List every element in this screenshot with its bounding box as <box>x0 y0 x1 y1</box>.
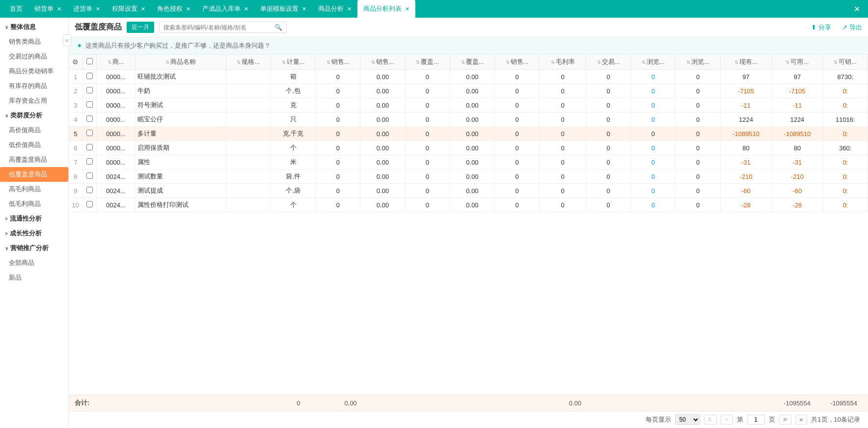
row-browse1[interactable]: 0 <box>631 198 676 212</box>
share-icon: ⬆ <box>811 24 816 31</box>
row-sellable: 0: <box>823 198 868 212</box>
sidebar-item-new-goods[interactable]: 新品 <box>0 270 68 285</box>
sidebar-item-stock-capital[interactable]: 库存资金占用 <box>0 93 68 108</box>
search-icon[interactable]: 🔍 <box>274 24 282 31</box>
row-cov1: 0 <box>405 198 450 212</box>
row-checkbox[interactable] <box>82 184 96 198</box>
per-page-select[interactable]: 50 20 100 <box>675 414 700 425</box>
last-page-button[interactable]: » <box>795 415 808 425</box>
row-browse1[interactable]: 0 <box>631 184 676 198</box>
th-gross: ⇅毛利率 <box>540 55 586 70</box>
sidebar-section-group[interactable]: ∨ 类群度分析 <box>0 108 68 123</box>
nav-template-close[interactable]: ✕ <box>302 0 306 18</box>
row-checkbox[interactable] <box>82 170 96 184</box>
period-button[interactable]: 近一月 <box>127 22 154 33</box>
th-settings[interactable]: ⚙ <box>69 55 82 70</box>
sidebar-section-liquidity[interactable]: > 流通性分析 <box>0 211 68 226</box>
row-checkbox[interactable] <box>82 155 96 170</box>
prev-page-button[interactable]: < <box>721 415 733 425</box>
window-close-button[interactable]: ✕ <box>850 4 864 14</box>
pagination: 每页显示 50 20 100 K < 第 页 > » 共1页，10条记录 <box>69 411 868 428</box>
nav-template[interactable]: 单据模板设置 ✕ <box>254 0 312 18</box>
sidebar-collapse-button[interactable]: « <box>63 34 71 46</box>
th-name: ⇅商品名称 <box>136 55 226 70</box>
top-navigation: 首页 销货单 ✕ 进货单 ✕ 权限设置 ✕ 角色授权 ✕ 产成品入库单 ✕ 单据… <box>0 0 868 18</box>
nav-goods-analysis-list[interactable]: 商品分析列表 ✕ <box>357 0 415 18</box>
row-sale-rate: 0 <box>495 127 540 141</box>
sidebar-item-high-value[interactable]: 高价值商品 <box>0 123 68 138</box>
row-browse1[interactable]: 0 <box>631 70 676 84</box>
row-cov2: 0.00 <box>450 155 494 170</box>
row-sale-qty: 0 <box>316 113 360 127</box>
row-browse2: 0 <box>676 70 720 84</box>
sidebar-section-overall[interactable]: ∨ 整体信息 <box>0 20 68 34</box>
nav-goods-analysis-list-close[interactable]: ✕ <box>405 0 409 18</box>
sidebar-item-traded-goods[interactable]: 交易过的商品 <box>0 49 68 64</box>
nav-purchase[interactable]: 进货单 ✕ <box>67 0 106 18</box>
row-checkbox[interactable] <box>82 70 96 84</box>
row-sale-amount: 0.00 <box>360 127 405 141</box>
nav-product-inbound[interactable]: 产成品入库单 ✕ <box>196 0 254 18</box>
row-sale-amount: 0.00 <box>360 84 405 98</box>
sidebar-item-low-margin[interactable]: 低毛利商品 <box>0 197 68 211</box>
row-checkbox[interactable] <box>82 98 96 113</box>
row-sale-rate: 0 <box>495 184 540 198</box>
sidebar-section-marketing[interactable]: ∨ 营销推广分析 <box>0 241 68 256</box>
row-unit: 克,千克 <box>271 127 315 141</box>
nav-sales[interactable]: 销货单 ✕ <box>28 0 67 18</box>
nav-goods-analysis-close[interactable]: ✕ <box>347 0 352 18</box>
row-sellable: 0: <box>823 84 868 98</box>
nav-permission-close[interactable]: ✕ <box>141 0 145 18</box>
row-checkbox[interactable] <box>82 198 96 212</box>
row-browse1[interactable]: 0 <box>631 155 676 170</box>
row-browse1[interactable]: 0 <box>631 141 676 155</box>
row-available: -11 <box>772 98 823 113</box>
nav-role[interactable]: 角色授权 ✕ <box>151 0 196 18</box>
row-trade: 0 <box>586 141 631 155</box>
sidebar-item-category-rate[interactable]: 商品分类动销率 <box>0 64 68 79</box>
search-input[interactable] <box>163 24 272 31</box>
nav-permission[interactable]: 权限设置 ✕ <box>106 0 151 18</box>
row-browse2: 0 <box>676 198 720 212</box>
sidebar-item-low-value[interactable]: 低价值商品 <box>0 138 68 152</box>
row-browse1[interactable]: 0 <box>631 170 676 184</box>
sidebar-section-growth[interactable]: > 成长性分析 <box>0 226 68 241</box>
group-arrow: ∨ <box>5 113 8 118</box>
row-gross: 0 <box>540 113 586 127</box>
row-checkbox[interactable] <box>82 84 96 98</box>
select-all-checkbox[interactable] <box>86 58 93 64</box>
search-box: 🔍 <box>159 22 287 33</box>
sidebar-item-low-coverage[interactable]: 低覆盖度商品 <box>0 167 68 182</box>
row-spec <box>226 127 271 141</box>
info-icon: ✦ <box>77 42 82 50</box>
nav-sales-close[interactable]: ✕ <box>57 0 61 18</box>
nav-goods-analysis[interactable]: 商品分析 ✕ <box>312 0 357 18</box>
page-number-input[interactable] <box>747 415 765 425</box>
row-spec <box>226 113 271 127</box>
nav-product-inbound-close[interactable]: ✕ <box>244 0 248 18</box>
row-sale-rate: 0 <box>495 84 540 98</box>
first-page-button[interactable]: K <box>704 415 717 425</box>
nav-home[interactable]: 首页 <box>4 0 28 18</box>
sidebar-item-sales-goods[interactable]: 销售类商品 <box>0 34 68 49</box>
sidebar-item-all-goods[interactable]: 全部商品 <box>0 256 68 270</box>
sidebar-item-stocked-goods[interactable]: 有库存的商品 <box>0 79 68 93</box>
next-page-button[interactable]: > <box>779 415 791 425</box>
row-browse1[interactable]: 0 <box>631 98 676 113</box>
row-browse1[interactable]: 0 <box>631 127 676 141</box>
row-checkbox[interactable] <box>82 127 96 141</box>
row-checkbox[interactable] <box>82 113 96 127</box>
nav-purchase-close[interactable]: ✕ <box>96 0 100 18</box>
sidebar-item-high-coverage[interactable]: 高覆盖度商品 <box>0 152 68 167</box>
page-title: 低覆盖度商品 <box>75 22 122 32</box>
share-button[interactable]: ⬆ 分享 <box>811 23 831 32</box>
row-browse1[interactable]: 0 <box>631 113 676 127</box>
nav-role-close[interactable]: ✕ <box>186 0 190 18</box>
row-checkbox[interactable] <box>82 141 96 155</box>
sidebar-item-high-margin[interactable]: 高毛利商品 <box>0 182 68 197</box>
row-browse1[interactable]: 0 <box>631 84 676 98</box>
export-button[interactable]: ↗ 导出 <box>842 23 862 32</box>
row-trade: 0 <box>586 84 631 98</box>
row-gross: 0 <box>540 155 586 170</box>
row-name: 属性 <box>136 155 226 170</box>
